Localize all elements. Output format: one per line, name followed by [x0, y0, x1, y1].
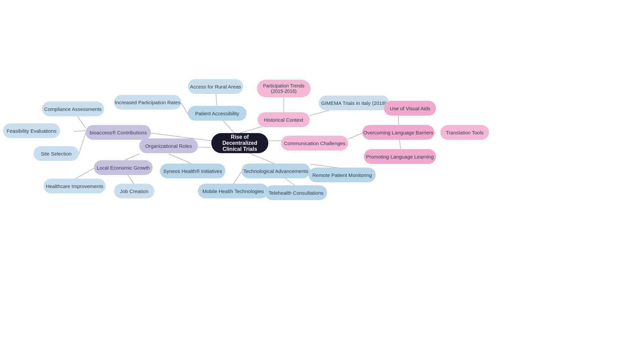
mobile-health-node: Mobile Health Technologies: [198, 184, 268, 198]
svg-line-9: [123, 154, 139, 161]
overcoming-language-node: Overcoming Language Barriers: [362, 125, 434, 140]
access-rural-node: Access for Rural Areas: [188, 79, 243, 94]
svg-line-20: [348, 133, 362, 139]
feasibility-evaluations-node: Feasibility Evaluations: [3, 123, 60, 138]
remote-patient-node: Remote Patient Monitoring: [309, 168, 376, 182]
historical-context-label: Historical Context: [264, 117, 304, 123]
participation-trends-label: Participation Trends (2015-2016): [263, 83, 305, 94]
promoting-language-node: Promoting Language Learning: [364, 149, 436, 164]
bioaccess-node: bioaccess® Contributions: [86, 125, 151, 140]
gimema-node: GIMEMA Trials in Italy (2018): [319, 96, 389, 110]
historical-context-node: Historical Context: [258, 112, 310, 127]
organizational-roles-label: Organizational Roles: [145, 143, 192, 149]
bioaccess-label: bioaccess® Contributions: [90, 130, 147, 135]
translation-tools-label: Translation Tools: [446, 130, 484, 135]
increased-participation-node: Increased Participation Rates: [114, 95, 181, 110]
compliance-assessments-label: Compliance Assessments: [44, 106, 102, 112]
technological-advancements-node: Technological Advancements: [241, 164, 310, 178]
access-rural-label: Access for Rural Areas: [190, 84, 241, 89]
syneos-health-node: Syneos Health® Initiatives: [160, 164, 225, 178]
syneos-health-label: Syneos Health® Initiatives: [163, 168, 222, 174]
technological-advancements-label: Technological Advancements: [244, 168, 308, 174]
patient-accessibility-label: Patient Accessibility: [195, 111, 239, 116]
promoting-language-label: Promoting Language Learning: [366, 154, 434, 160]
site-selection-node: Site Selection: [34, 146, 79, 161]
svg-line-8: [169, 154, 193, 164]
healthcare-improvements-node: Healthcare Improvements: [44, 179, 106, 193]
site-selection-label: Site Selection: [41, 151, 72, 157]
job-creation-label: Job Creation: [120, 188, 148, 194]
feasibility-evaluations-label: Feasibility Evaluations: [7, 128, 56, 134]
center-node: Rise of Decentralized Clinical Trials: [211, 133, 268, 153]
telehealth-label: Telehealth Consultations: [269, 190, 323, 196]
use-of-visual-aids-label: Use of Visual Aids: [390, 106, 430, 111]
svg-line-2: [181, 103, 188, 114]
job-creation-node: Job Creation: [114, 184, 154, 198]
gimema-label: GIMEMA Trials in Italy (2018): [321, 100, 386, 106]
communication-challenges-node: Communication Challenges: [281, 136, 348, 150]
telehealth-node: Telehealth Consultations: [265, 185, 327, 200]
healthcare-improvements-label: Healthcare Improvements: [46, 183, 104, 189]
local-economic-growth-label: Local Economic Growth: [97, 165, 150, 171]
local-economic-growth-node: Local Economic Growth: [94, 160, 153, 175]
organizational-roles-node: Organizational Roles: [139, 138, 198, 153]
overcoming-language-label: Overcoming Language Barriers: [363, 130, 433, 135]
mobile-health-label: Mobile Health Technologies: [202, 188, 264, 194]
center-label: Rise of Decentralized Clinical Trials: [217, 134, 262, 152]
participation-trends-node: Participation Trends (2015-2016): [257, 80, 311, 97]
compliance-assessments-node: Compliance Assessments: [42, 102, 104, 116]
svg-line-5: [74, 131, 86, 131]
remote-patient-label: Remote Patient Monitoring: [312, 172, 372, 178]
svg-line-10: [74, 168, 94, 179]
increased-participation-label: Increased Participation Rates: [115, 100, 180, 105]
translation-tools-node: Translation Tools: [440, 125, 489, 140]
svg-line-13: [233, 172, 241, 184]
svg-line-6: [79, 133, 86, 154]
patient-accessibility-node: Patient Accessibility: [188, 106, 247, 121]
communication-challenges-label: Communication Challenges: [284, 140, 345, 146]
use-of-visual-aids-node: Use of Visual Aids: [384, 101, 436, 116]
